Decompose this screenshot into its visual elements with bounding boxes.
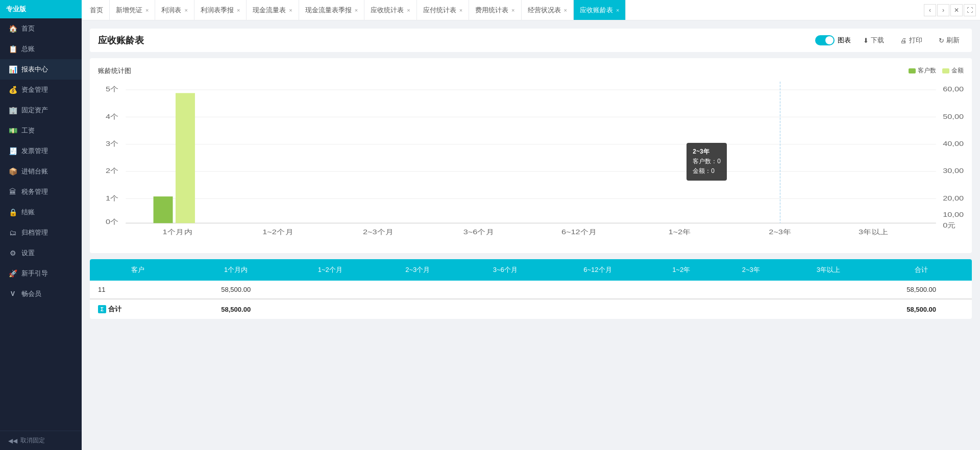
page-title: 应收账龄表 bbox=[98, 34, 144, 46]
sidebar-item-closing[interactable]: 🔒 结账 bbox=[0, 202, 82, 222]
svg-text:20,000.00元: 20,000.00元 bbox=[943, 194, 964, 202]
svg-text:30,000.00元: 30,000.00元 bbox=[943, 167, 964, 174]
tab-close-cashflow-quarterly[interactable]: × bbox=[355, 7, 358, 13]
sidebar-collapse-btn[interactable]: ◀◀ 取消固定 bbox=[0, 431, 82, 450]
tab-receivable-stats[interactable]: 应收统计表 × bbox=[364, 0, 416, 20]
tab-close-payable-stats[interactable]: × bbox=[459, 7, 462, 13]
svg-text:0元: 0元 bbox=[943, 222, 956, 229]
tab-aging[interactable]: 应收账龄表 × bbox=[574, 0, 626, 20]
tab-profit[interactable]: 利润表 × bbox=[155, 0, 194, 20]
svg-text:2~3年: 2~3年 bbox=[769, 228, 791, 235]
main-area: 首页 新增凭证 × 利润表 × 利润表季报 × 现金流量表 × 现金流量表季报 … bbox=[82, 0, 980, 450]
tab-new-voucher[interactable]: 新增凭证 × bbox=[110, 0, 155, 20]
footer-label-text: 合计 bbox=[108, 305, 121, 314]
tab-profit-quarterly-label: 利润表季报 bbox=[201, 6, 234, 15]
toggle-track[interactable] bbox=[815, 35, 835, 45]
download-btn[interactable]: ⬇ 下载 bbox=[859, 34, 888, 47]
tab-profit-quarterly[interactable]: 利润表季报 × bbox=[194, 0, 247, 20]
download-label: 下载 bbox=[871, 36, 884, 45]
sidebar-label-fund-management: 资金管理 bbox=[21, 85, 48, 94]
closing-icon: 🔒 bbox=[8, 208, 17, 216]
sidebar-item-member[interactable]: V 畅会员 bbox=[0, 284, 82, 304]
col-header-customer: 客户 bbox=[90, 259, 185, 281]
chart-container: 账龄统计图 客户数 金额 5个 4个 3个 2个 1个 bbox=[90, 58, 972, 253]
tab-next-btn[interactable]: › bbox=[937, 4, 949, 16]
chart-title: 账龄统计图 bbox=[98, 66, 964, 76]
col-header-y3plus: 3年以上 bbox=[786, 259, 871, 281]
tab-expense-stats[interactable]: 费用统计表 × bbox=[469, 0, 521, 20]
svg-text:1~2个月: 1~2个月 bbox=[262, 228, 293, 235]
tab-new-voucher-label: 新增凭证 bbox=[116, 6, 142, 15]
sidebar-label-settings: 设置 bbox=[21, 248, 35, 258]
sidebar-item-report-center[interactable]: 📊 报表中心 bbox=[0, 59, 82, 80]
svg-rect-20 bbox=[154, 196, 173, 223]
tab-home-label: 首页 bbox=[90, 6, 103, 15]
footer-y12 bbox=[646, 299, 716, 319]
footer-m612 bbox=[549, 299, 646, 319]
col-header-y12: 1~2年 bbox=[646, 259, 716, 281]
tab-close-profit-quarterly[interactable]: × bbox=[237, 7, 240, 13]
print-btn[interactable]: 🖨 打印 bbox=[896, 34, 926, 47]
tab-cashflow-label: 现金流量表 bbox=[253, 6, 286, 15]
tab-close-receivable-stats[interactable]: × bbox=[407, 7, 410, 13]
data-table-container: 客户 1个月内 1~2个月 2~3个月 3~6个月 6~12个月 1~2年 2~… bbox=[90, 259, 972, 319]
tab-payable-stats[interactable]: 应付统计表 × bbox=[417, 0, 469, 20]
tab-cashflow-quarterly[interactable]: 现金流量表季报 × bbox=[299, 0, 364, 20]
sidebar-label-home: 首页 bbox=[21, 24, 35, 33]
sidebar-label-closing: 结账 bbox=[21, 208, 35, 217]
tab-close-cashflow[interactable]: × bbox=[289, 7, 292, 13]
tab-close-all-btn[interactable]: ✕ bbox=[950, 4, 963, 16]
sidebar-item-payroll[interactable]: 💵 工资 bbox=[0, 120, 82, 141]
print-label: 打印 bbox=[909, 36, 922, 45]
sidebar-item-archive[interactable]: 🗂 归档管理 bbox=[0, 222, 82, 243]
sidebar-item-fund-management[interactable]: 💰 资金管理 bbox=[0, 80, 82, 100]
tab-cashflow[interactable]: 现金流量表 × bbox=[247, 0, 299, 20]
fund-icon: 💰 bbox=[8, 86, 17, 94]
tab-home[interactable]: 首页 bbox=[84, 0, 110, 20]
chart-toggle[interactable]: 图表 bbox=[815, 35, 851, 45]
tab-close-aging[interactable]: × bbox=[616, 7, 619, 13]
sidebar-item-home[interactable]: 🏠 首页 bbox=[0, 18, 82, 39]
cell-y3plus bbox=[786, 281, 871, 299]
tab-close-new-voucher[interactable]: × bbox=[145, 7, 149, 13]
cell-y12 bbox=[646, 281, 716, 299]
sidebar-item-guide[interactable]: 🚀 新手引导 bbox=[0, 263, 82, 284]
sidebar-label-guide: 新手引导 bbox=[21, 269, 48, 278]
footer-m12 bbox=[286, 299, 374, 319]
tab-receivable-stats-label: 应收统计表 bbox=[371, 6, 404, 15]
svg-text:1个: 1个 bbox=[106, 194, 119, 202]
tab-prev-btn[interactable]: ‹ bbox=[924, 4, 936, 16]
home-icon: 🏠 bbox=[8, 24, 17, 33]
tab-bar: 首页 新增凭证 × 利润表 × 利润表季报 × 现金流量表 × 现金流量表季报 … bbox=[82, 0, 980, 20]
legend-color-amount bbox=[942, 68, 949, 73]
archive-icon: 🗂 bbox=[8, 229, 17, 237]
settings-icon: ⚙ bbox=[8, 249, 17, 257]
sidebar-item-sales-ledger[interactable]: 📦 进销台账 bbox=[0, 161, 82, 182]
tab-close-business-status[interactable]: × bbox=[564, 7, 567, 13]
svg-text:4个: 4个 bbox=[106, 113, 119, 120]
cell-m36 bbox=[461, 281, 549, 299]
sidebar-item-general-ledger[interactable]: 📋 总账 bbox=[0, 39, 82, 59]
cell-total: 58,500.00 bbox=[871, 281, 972, 299]
header-actions: 图表 ⬇ 下载 🖨 打印 ↻ 刷新 bbox=[815, 34, 964, 47]
footer-y3plus bbox=[786, 299, 871, 319]
refresh-btn[interactable]: ↻ 刷新 bbox=[935, 34, 964, 47]
svg-text:2个: 2个 bbox=[106, 167, 119, 174]
tax-icon: 🏛 bbox=[8, 188, 17, 196]
sidebar-item-settings[interactable]: ⚙ 设置 bbox=[0, 243, 82, 263]
sidebar: 专业版 🏠 首页 📋 总账 📊 报表中心 💰 资金管理 🏢 固定资产 💵 工资 … bbox=[0, 0, 82, 450]
tab-fullscreen-btn[interactable]: ⛶ bbox=[964, 4, 976, 16]
footer-m23 bbox=[374, 299, 461, 319]
sidebar-label-fixed-assets: 固定资产 bbox=[21, 106, 48, 115]
content-area: 应收账龄表 图表 ⬇ 下载 🖨 打印 ↻ 刷新 bbox=[82, 20, 980, 450]
footer-y23 bbox=[716, 299, 786, 319]
tab-close-expense-stats[interactable]: × bbox=[511, 7, 514, 13]
tab-close-profit[interactable]: × bbox=[184, 7, 187, 13]
tab-business-status[interactable]: 经营状况表 × bbox=[522, 0, 574, 20]
sidebar-item-tax[interactable]: 🏛 税务管理 bbox=[0, 182, 82, 202]
sidebar-item-invoice[interactable]: 🧾 发票管理 bbox=[0, 141, 82, 161]
sidebar-item-fixed-assets[interactable]: 🏢 固定资产 bbox=[0, 100, 82, 120]
cell-m12 bbox=[286, 281, 374, 299]
sidebar-label-invoice: 发票管理 bbox=[21, 146, 48, 156]
app-logo: 专业版 bbox=[0, 0, 82, 18]
